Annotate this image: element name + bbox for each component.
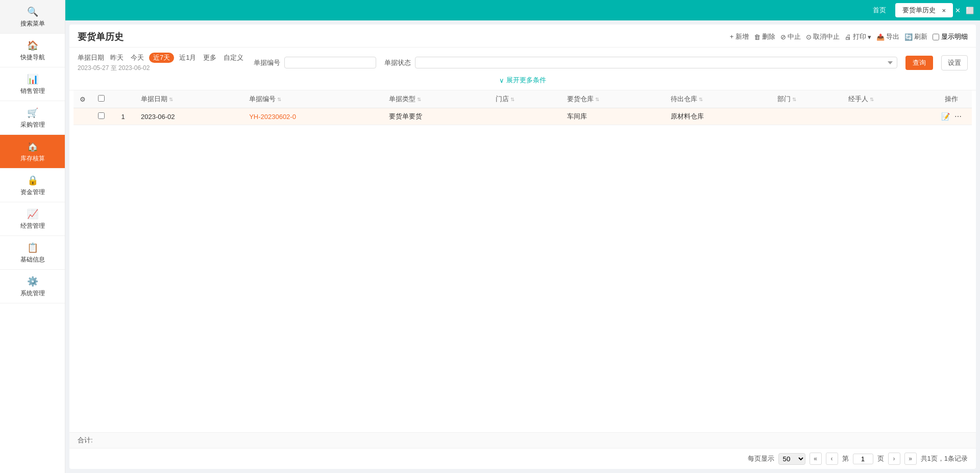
th-store[interactable]: 门店⇅	[491, 90, 562, 108]
sidebar-item-sales[interactable]: 📊销售管理	[0, 67, 65, 101]
stop-button[interactable]: ⊘ 中止	[780, 32, 801, 41]
table-area: ⚙ 单据日期⇅ 单据编号⇅ 单据类型⇅ 门店⇅ 要货仓库⇅ 待出仓库⇅ 部门⇅ …	[69, 90, 976, 432]
row-settings-0	[74, 108, 92, 125]
row-doc-type-0: 要货单要货	[384, 108, 490, 125]
close-icon[interactable]: ✕	[955, 7, 961, 14]
page-title: 要货单历史	[78, 31, 730, 43]
date-btn-last1month[interactable]: 近1月	[177, 53, 198, 63]
next-page-btn[interactable]: ›	[888, 453, 900, 465]
table-body: 1 2023-06-02 YH-20230602-0 要货单要货 车间库 原材料…	[74, 108, 972, 125]
topbar-actions: ✕ ⬜	[955, 7, 974, 14]
sidebar-item-quick-nav[interactable]: 🏠快捷导航	[0, 34, 65, 67]
th-handler[interactable]: 经手人⇅	[843, 90, 931, 108]
th-settings[interactable]: ⚙	[74, 90, 92, 108]
settings-button[interactable]: 设置	[941, 55, 968, 70]
new-button[interactable]: + 新增	[730, 32, 749, 41]
status-label: 单据状态	[384, 58, 411, 67]
sidebar-icon-system: ⚙️	[27, 276, 38, 287]
th-doc-date[interactable]: 单据日期⇅	[136, 90, 244, 108]
sidebar-item-finance[interactable]: 🔒资金管理	[0, 169, 65, 202]
refresh-button[interactable]: 🔄 刷新	[904, 32, 927, 41]
total-info: 共1页，1条记录	[921, 454, 968, 463]
doc-number-group: 单据编号	[254, 57, 376, 68]
sidebar-icon-basic-info: 📋	[27, 242, 38, 253]
row-store-0	[491, 108, 562, 125]
row-req-warehouse-0: 车间库	[562, 108, 666, 125]
sidebar-label-search: 搜索菜单	[20, 19, 45, 28]
th-dept[interactable]: 部门⇅	[772, 90, 844, 108]
row-doc-number-0[interactable]: YH-20230602-0	[244, 108, 384, 125]
filter-area: 单据日期 昨天 今天 近7天 近1月 更多 自定义 2023-05-27 至 2…	[69, 48, 976, 90]
row-edit-icon-0[interactable]: 📝	[941, 112, 950, 121]
sidebar-item-system[interactable]: ⚙️系统管理	[0, 270, 65, 303]
per-page-label: 每页显示	[748, 454, 774, 463]
export-button[interactable]: 📤 导出	[876, 32, 899, 41]
content-area: 要货单历史 + 新增 🗑 删除 ⊘ 中止 ⊙ 取消中止 🖨 打印 ▾ 📤 导出 …	[69, 25, 976, 469]
expand-more-button[interactable]: ∨ 展开更多条件	[499, 76, 546, 85]
sidebar: 🔍搜索菜单🏠快捷导航📊销售管理🛒采购管理🏠库存核算🔒资金管理📈经营管理📋基础信息…	[0, 0, 65, 473]
sidebar-item-basic-info[interactable]: 📋基础信息	[0, 236, 65, 270]
row-checkbox-0[interactable]	[98, 112, 105, 119]
status-group: 单据状态	[384, 57, 897, 68]
last-page-btn[interactable]: »	[904, 453, 917, 465]
date-btn-custom[interactable]: 自定义	[222, 53, 246, 63]
display-detail-input[interactable]	[933, 34, 939, 40]
sidebar-icon-finance: 🔒	[27, 175, 38, 186]
sidebar-item-purchase[interactable]: 🛒采购管理	[0, 101, 65, 135]
status-select[interactable]	[415, 57, 897, 68]
sidebar-item-search[interactable]: 🔍搜索菜单	[0, 0, 65, 34]
date-range-text: 2023-05-27 至 2023-06-02	[78, 64, 150, 73]
current-page-label: 第	[842, 454, 849, 463]
sidebar-label-system: 系统管理	[20, 289, 45, 298]
page-header: 要货单历史 + 新增 🗑 删除 ⊘ 中止 ⊙ 取消中止 🖨 打印 ▾ 📤 导出 …	[69, 25, 976, 48]
first-page-btn[interactable]: «	[810, 453, 822, 465]
row-no-0: 1	[110, 108, 136, 125]
tab-requisition-history[interactable]: 要货单历史×	[895, 3, 953, 17]
filter-row-1: 单据日期 昨天 今天 近7天 近1月 更多 自定义 2023-05-27 至 2…	[78, 53, 968, 73]
date-filter-group: 单据日期 昨天 今天 近7天 近1月 更多 自定义 2023-05-27 至 2…	[78, 53, 246, 73]
th-doc-type[interactable]: 单据类型⇅	[384, 90, 490, 108]
date-btn-last7days[interactable]: 近7天	[149, 53, 174, 63]
sidebar-icon-inventory: 🏠	[27, 141, 38, 152]
sidebar-item-inventory[interactable]: 🏠库存核算	[0, 135, 65, 169]
sidebar-icon-quick-nav: 🏠	[27, 40, 38, 51]
doc-number-input[interactable]	[284, 57, 376, 68]
sidebar-item-operations[interactable]: 📈经营管理	[0, 202, 65, 236]
sidebar-icon-sales: 📊	[27, 74, 38, 85]
date-btn-more[interactable]: 更多	[201, 53, 218, 63]
main-area: 首页要货单历史× ✕ ⬜ 要货单历史 + 新增 🗑 删除 ⊘ 中止 ⊙ 取消中止…	[65, 0, 980, 473]
sidebar-label-inventory: 库存核算	[20, 154, 45, 163]
th-req-warehouse[interactable]: 要货仓库⇅	[562, 90, 666, 108]
row-doc-date-0: 2023-06-02	[136, 108, 244, 125]
page-number-input[interactable]	[853, 454, 873, 464]
data-table: ⚙ 单据日期⇅ 单据编号⇅ 单据类型⇅ 门店⇅ 要货仓库⇅ 待出仓库⇅ 部门⇅ …	[74, 90, 972, 125]
page-label: 页	[877, 454, 884, 463]
row-dept-0	[772, 108, 844, 125]
query-button[interactable]: 查询	[905, 56, 933, 70]
row-more-icon-0[interactable]: ⋯	[954, 112, 962, 121]
tab-close-requisition-history[interactable]: ×	[942, 7, 946, 14]
th-pending-warehouse[interactable]: 待出仓库⇅	[666, 90, 772, 108]
per-page-select[interactable]: 50 10 20 100	[778, 453, 805, 465]
row-check-0[interactable]	[92, 108, 110, 125]
header-buttons: + 新增 🗑 删除 ⊘ 中止 ⊙ 取消中止 🖨 打印 ▾ 📤 导出 🔄 刷新 显…	[730, 32, 968, 41]
date-filter-label: 单据日期	[78, 53, 104, 62]
tab-home[interactable]: 首页	[866, 3, 893, 17]
row-pending-warehouse-0: 原材料仓库	[666, 108, 772, 125]
sidebar-label-basic-info: 基础信息	[20, 255, 45, 264]
display-detail-checkbox[interactable]: 显示明细	[933, 32, 968, 41]
sidebar-icon-operations: 📈	[27, 208, 38, 220]
doc-number-link-0[interactable]: YH-20230602-0	[249, 113, 296, 121]
sidebar-label-quick-nav: 快捷导航	[20, 53, 45, 62]
cancel-stop-button[interactable]: ⊙ 取消中止	[806, 32, 840, 41]
date-btn-yesterday[interactable]: 昨天	[108, 53, 126, 63]
th-check	[92, 90, 110, 108]
print-button[interactable]: 🖨 打印 ▾	[845, 32, 871, 41]
prev-page-btn[interactable]: ‹	[826, 453, 838, 465]
date-btn-today[interactable]: 今天	[129, 53, 146, 63]
th-doc-number[interactable]: 单据编号⇅	[244, 90, 384, 108]
maximize-icon[interactable]: ⬜	[966, 7, 974, 14]
delete-button[interactable]: 🗑 删除	[754, 32, 775, 41]
row-actions-0: 📝 ⋯	[931, 108, 972, 125]
select-all-checkbox[interactable]	[98, 95, 105, 102]
